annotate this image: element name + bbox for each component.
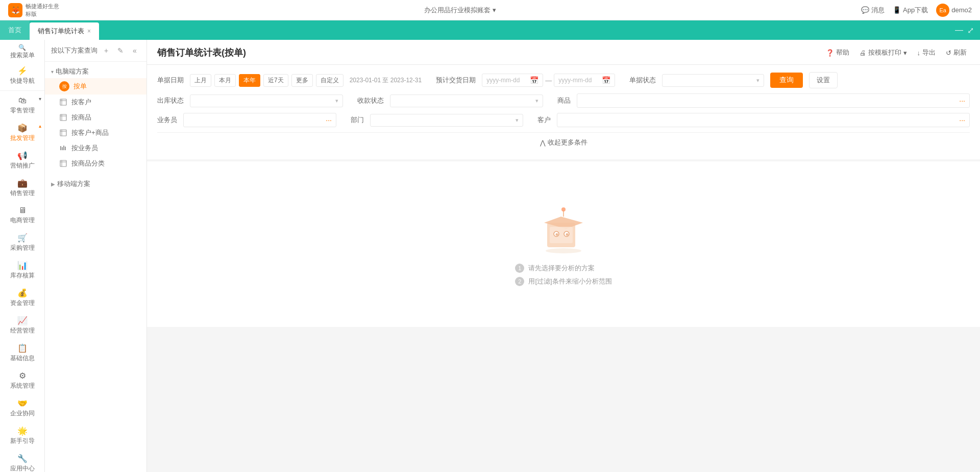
expected-date-inputs: yyyy-mm-dd 📅 — yyyy-mm-dd 📅 — [482, 74, 615, 87]
sidebar-item-sales[interactable]: 💼 销售管理 — [0, 174, 44, 202]
sidebar-item-enterprise[interactable]: 🤝 企业协同 — [0, 394, 44, 422]
status-select[interactable]: ▾ — [662, 74, 764, 87]
tab-sales-order-stats[interactable]: 销售订单统计表 × — [30, 22, 99, 40]
left-panel: 按以下方案查询 + ✎ « ▾ 电脑端方案 按 按单 — [45, 40, 147, 472]
add-scheme-btn[interactable]: + — [101, 45, 112, 56]
svg-rect-9 — [60, 146, 61, 150]
scheme-item-by-customer-goods[interactable]: 按客户+商品 — [45, 125, 146, 140]
customer-label: 客户 — [537, 115, 551, 125]
sidebar-item-marketing[interactable]: 📢 营销推广 — [0, 147, 44, 174]
logo-icon: 🦊 — [8, 3, 22, 17]
query-button[interactable]: 查询 — [770, 73, 803, 88]
delivery-status-select[interactable]: ▾ — [190, 95, 343, 107]
sidebar-search[interactable]: 🔍 搜索菜单 — [0, 40, 44, 62]
goods-input[interactable]: ··· — [577, 93, 970, 108]
more-dots-icon: ··· — [959, 116, 965, 124]
expected-date-label: 预计交货日期 — [436, 76, 476, 85]
date-btn-last-month[interactable]: 上月 — [190, 74, 211, 87]
ecommerce-icon: 🖥 — [18, 206, 27, 215]
date-separator: — — [545, 77, 552, 84]
date-label: 单据日期 — [157, 76, 184, 85]
expected-date-end[interactable]: yyyy-mm-dd 📅 — [554, 74, 615, 87]
scheme-item-by-salesman[interactable]: 按业务员 — [45, 140, 146, 156]
date-btn-custom[interactable]: 自定义 — [316, 74, 344, 87]
payment-status-select[interactable]: ▾ — [390, 95, 543, 107]
chevron-down-icon: ▾ — [516, 117, 519, 124]
sidebar-item-inventory[interactable]: 📊 库存核算 — [0, 256, 44, 284]
scheme-item-by-order[interactable]: 按 按单 — [45, 78, 146, 95]
sidebar: 🔍 搜索菜单 ⚡ 快捷导航 🛍 零售管理 ▾ 📦 批发管理 ▴ 📢 营销推广 💼… — [0, 40, 45, 472]
print-btn[interactable]: 🖨 按模板打印 ▾ — [856, 46, 910, 59]
top-bar-center: 办公用品行业模拟账套 ▾ — [424, 6, 496, 15]
svg-rect-6 — [60, 130, 66, 136]
sidebar-item-basic[interactable]: 📋 基础信息 — [0, 339, 44, 367]
scheme-item-by-customer[interactable]: 按客户 — [45, 95, 146, 110]
sidebar-item-ecommerce[interactable]: 🖥 电商管理 — [0, 202, 44, 229]
svg-rect-12 — [65, 147, 66, 150]
empty-state: 1 请先选择要分析的方案 2 用[过滤]条件来缩小分析范围 — [147, 161, 980, 327]
setting-button[interactable]: 设置 — [809, 72, 838, 88]
svg-point-16 — [546, 248, 581, 253]
app-download-btn[interactable]: 📱 App下载 — [893, 6, 928, 15]
tab-home[interactable]: 首页 — [0, 20, 30, 40]
account-selector[interactable]: 办公用品行业模拟账套 ▾ — [424, 6, 496, 15]
tab-bar-actions: — ⤢ — [955, 26, 980, 35]
minimize-icon[interactable]: — — [955, 26, 963, 35]
maximize-icon[interactable]: ⤢ — [967, 26, 974, 35]
sidebar-item-operation[interactable]: 📈 经营管理 — [0, 312, 44, 339]
empty-illustration — [533, 202, 594, 253]
top-bar-right: 💬 消息 📱 App下载 Ea demo2 — [861, 4, 972, 17]
chevron-up-icon: ▴ — [39, 123, 41, 129]
svg-point-21 — [556, 233, 558, 236]
hint-num-1: 1 — [515, 264, 524, 273]
status-label: 单据状态 — [629, 76, 656, 85]
panel-header-actions: + ✎ « — [101, 45, 140, 56]
sidebar-item-newbie[interactable]: 🌟 新手引导 — [0, 422, 44, 450]
export-btn[interactable]: ↓ 导出 — [914, 46, 939, 59]
scheme-group-pc: ▾ 电脑端方案 按 按单 按客户 — [45, 62, 146, 174]
date-btn-this-month[interactable]: 本月 — [214, 74, 236, 87]
svg-point-22 — [566, 233, 569, 236]
sidebar-item-wholesale[interactable]: 📦 批发管理 ▴ — [0, 119, 44, 147]
svg-point-24 — [561, 207, 566, 211]
newbie-icon: 🌟 — [17, 426, 28, 436]
edit-scheme-btn[interactable]: ✎ — [115, 45, 126, 56]
delivery-status-label: 出库状态 — [157, 96, 184, 105]
tab-close-icon[interactable]: × — [87, 28, 91, 35]
message-btn[interactable]: 💬 消息 — [861, 6, 885, 15]
sidebar-item-system[interactable]: ⚙ 系统管理 — [0, 367, 44, 394]
sidebar-item-appstore[interactable]: 🔧 应用中心 — [0, 450, 44, 472]
date-btn-more[interactable]: 更多 — [291, 74, 313, 87]
sidebar-item-retail[interactable]: 🛍 零售管理 ▾ — [0, 92, 44, 119]
logo-area: 🦊 畅捷通好生意 标版 — [8, 3, 59, 17]
empty-hint-1: 1 请先选择要分析的方案 — [515, 264, 611, 273]
salesman-input[interactable]: ··· — [183, 113, 336, 127]
system-icon: ⚙ — [19, 371, 26, 381]
refresh-icon: ↺ — [946, 49, 951, 57]
help-btn[interactable]: ❓ 帮助 — [823, 46, 852, 59]
svg-rect-0 — [60, 99, 66, 105]
user-menu[interactable]: Ea demo2 — [936, 4, 972, 17]
scheme-item-by-goods[interactable]: 按商品 — [45, 110, 146, 125]
expected-date-start[interactable]: yyyy-mm-dd 📅 — [482, 74, 543, 87]
sidebar-item-shortcut[interactable]: ⚡ 快捷导航 — [0, 62, 44, 89]
collapse-panel-btn[interactable]: « — [129, 45, 140, 56]
scheme-group-title-mobile[interactable]: ▶ 移动端方案 — [45, 177, 146, 191]
sidebar-item-purchase[interactable]: 🛒 采购管理 — [0, 229, 44, 256]
top-bar-left: 🦊 畅捷通好生意 标版 — [8, 3, 59, 17]
filter-area: 单据日期 上月 本月 本年 近7天 更多 自定义 2023-01-01 至 20… — [147, 65, 980, 159]
chevron-down-icon: ▾ — [756, 77, 760, 84]
sidebar-item-finance[interactable]: 💰 资金管理 — [0, 284, 44, 312]
refresh-btn[interactable]: ↺ 刷新 — [943, 46, 970, 59]
date-btn-last-7-days[interactable]: 近7天 — [263, 74, 288, 87]
scheme-item-by-category[interactable]: 按商品分类 — [45, 156, 146, 171]
date-quick-buttons: 上月 本月 本年 近7天 更多 自定义 — [190, 74, 344, 87]
date-btn-this-year[interactable]: 本年 — [239, 74, 260, 87]
scheme-group-title-pc[interactable]: ▾ 电脑端方案 — [45, 65, 146, 78]
retail-icon: 🛍 — [18, 96, 27, 105]
collapse-filters-btn[interactable]: ⋀ 收起更多条件 — [157, 132, 970, 152]
customer-input[interactable]: ··· — [557, 113, 970, 127]
hint-num-2: 2 — [515, 277, 524, 286]
more-dots-icon: ··· — [326, 116, 332, 124]
department-select[interactable]: ▾ — [370, 114, 523, 127]
